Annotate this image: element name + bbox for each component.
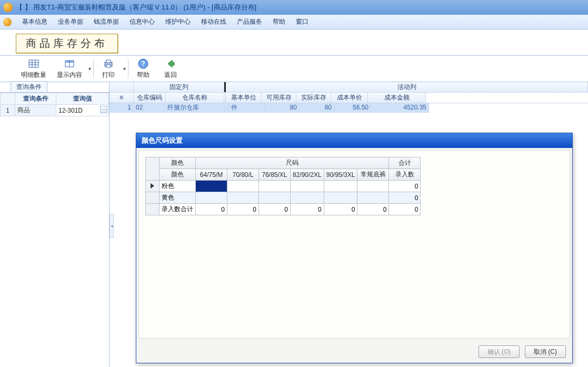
toolbar-display-content-button[interactable]: 显示内容 [53, 57, 86, 81]
cell-color[interactable]: 粉色 [160, 181, 196, 192]
col-header-color[interactable]: 颜色 [160, 169, 196, 181]
col-header-actual[interactable]: 实际库存 [296, 93, 331, 103]
color-size-grid[interactable]: 颜色 尺码 合计 颜色 64/75/M 70/80/L 76/85/XL 82/… [145, 157, 421, 215]
menu-product-service[interactable]: 产品服务 [232, 15, 267, 28]
menu-help[interactable]: 帮助 [267, 15, 291, 28]
row-pointer-icon [146, 181, 160, 192]
cell-size-1[interactable] [227, 192, 259, 204]
menu-basic-info[interactable]: 基本信息 [17, 15, 53, 28]
page-title-row: 商品库存分布 [0, 29, 588, 56]
lookup-icon[interactable]: ⋯ [100, 106, 107, 113]
row-index: 1 [1, 105, 15, 116]
row-index: 1 [109, 103, 134, 113]
menu-maintenance[interactable]: 维护中心 [160, 15, 196, 28]
sum-total: 0 [389, 204, 421, 215]
grid-row[interactable]: 粉色 0 [146, 181, 421, 192]
toolbar-print-button[interactable]: 打印 [96, 57, 121, 81]
svg-rect-9 [106, 60, 111, 63]
menu-mobile[interactable]: 移动在线 [196, 15, 232, 28]
grid-row[interactable]: 黄色 0 [146, 192, 421, 204]
cell-unit: 件 [229, 103, 265, 113]
col-header-size-5[interactable]: 常规底裤 [357, 169, 389, 181]
row-handle [146, 192, 160, 204]
col-header-size-4[interactable]: 90/95/3XL [324, 169, 357, 181]
cell-size-2[interactable] [259, 192, 291, 204]
col-header-warehouse-name[interactable]: 仓库名称 [165, 93, 224, 103]
sum-size-0: 0 [196, 204, 227, 215]
col-header-input-count[interactable]: 录入数 [389, 169, 421, 181]
col-header-cost-price[interactable]: 成本单价 [331, 93, 368, 103]
group-header-row: 固定列 活动列 [109, 82, 588, 93]
toolbar-label: 明细数量 [21, 71, 46, 80]
cell-size-0[interactable] [196, 192, 227, 204]
col-header-size-3[interactable]: 82/90/2XL [291, 169, 324, 181]
cell-color[interactable]: 黄色 [160, 192, 196, 204]
printer-icon [103, 58, 114, 70]
dialog-title-bar[interactable]: 颜色尺码设置 [136, 133, 572, 148]
cell-size-5[interactable] [357, 192, 389, 204]
menu-window[interactable]: 窗口 [291, 15, 314, 28]
ok-button[interactable]: 确认 (O) [479, 345, 520, 358]
col-header-warehouse-code[interactable]: 仓库编码 [134, 93, 165, 103]
table-icon [28, 58, 39, 70]
cell-size-1[interactable] [227, 181, 259, 192]
sum-size-1: 0 [227, 204, 259, 215]
app-icon [3, 3, 13, 12]
sum-size-2: 0 [259, 204, 291, 215]
cell-cost-amount: 4520.35 [371, 103, 429, 113]
tab-query-conditions[interactable]: 查询条件 [11, 81, 47, 92]
page-title: 商品库存分布 [16, 34, 118, 53]
cancel-button[interactable]: 取消 (C) [525, 345, 566, 358]
toolbar-label: 帮助 [137, 71, 150, 80]
cell-warehouse-code: 02 [134, 103, 165, 113]
window-title: 【 】 用友T1-商贸宝服装鞋帽普及版（客户端 V 11.0） (1用户) - … [16, 3, 256, 12]
query-value: 12-301D [58, 107, 83, 114]
row-handle-header: ≡ [109, 93, 134, 103]
cell-size-4[interactable] [324, 192, 357, 204]
group-fixed-cols: 固定列 [134, 82, 224, 92]
toolbar-label: 返回 [164, 71, 177, 80]
cell-size-2[interactable] [259, 181, 291, 192]
col-header-condition: 查询条件 [15, 93, 56, 105]
data-header-row: ≡ 仓库编码 仓库名称 基本单位 可用库存 实际库存 成本单价 成本金额 [109, 93, 588, 103]
query-pane: 查询条件 查询条件 查询值 1 商品 12-301D ⋯ [0, 82, 109, 367]
cell-warehouse-name: 纤黛尔仓库 [165, 103, 224, 113]
menu-business-docs[interactable]: 业务单据 [53, 15, 88, 28]
menu-info-center[interactable]: 信息中心 [124, 15, 160, 28]
cell-size-3[interactable] [291, 181, 324, 192]
query-conditions-table: 查询条件 查询值 1 商品 12-301D ⋯ [0, 93, 109, 116]
col-header-unit[interactable]: 基本单位 [226, 93, 262, 103]
toolbar-detail-qty-button[interactable]: 明细数量 [17, 57, 51, 81]
menu-money-flow[interactable]: 钱流单据 [88, 15, 124, 28]
menu-app-icon [3, 18, 12, 26]
grid-icon [64, 58, 75, 70]
dialog-footer: 确认 (O) 取消 (C) [136, 341, 572, 363]
col-header-size-1[interactable]: 70/80/L [227, 169, 259, 181]
col-header-size-2[interactable]: 76/85/XL [259, 169, 291, 181]
print-dropdown-icon[interactable]: ▾ [122, 66, 127, 72]
col-header-available[interactable]: 可用库存 [262, 93, 296, 103]
toolbar-help-button[interactable]: ? 帮助 [131, 57, 156, 81]
dialog-title: 颜色尺码设置 [142, 136, 183, 145]
cell-row-total: 0 [389, 181, 421, 192]
group-header-size: 尺码 [196, 157, 389, 169]
column-group-divider [224, 103, 229, 113]
cell-size-0[interactable] [196, 181, 227, 192]
svg-text:?: ? [141, 60, 145, 67]
sum-size-4: 0 [324, 204, 357, 215]
cell-size-3[interactable] [291, 192, 324, 204]
separator [128, 59, 128, 78]
grid-sum-row: 录入数合计 0 0 0 0 0 0 0 [146, 204, 421, 215]
cell-size-4[interactable] [324, 181, 357, 192]
query-row[interactable]: 1 商品 12-301D ⋯ [1, 105, 109, 116]
toolbar-back-button[interactable]: 返回 [158, 57, 183, 81]
cell-size-5[interactable] [357, 181, 389, 192]
query-value-cell[interactable]: 12-301D ⋯ [56, 105, 109, 116]
back-arrow-icon [165, 58, 176, 70]
col-header-size-0[interactable]: 64/75/M [196, 169, 227, 181]
col-header-cost-amount[interactable]: 成本金额 [368, 93, 426, 103]
display-content-dropdown-icon[interactable]: ▾ [87, 66, 92, 72]
data-row[interactable]: 1 02 纤黛尔仓库 件 80 80 56.50 4520.35 [109, 103, 588, 113]
color-size-dialog: 颜色尺码设置 颜色 尺码 合计 颜色 64/75/M 70/80/L 76/85… [136, 133, 573, 363]
title-bar: 【 】 用友T1-商贸宝服装鞋帽普及版（客户端 V 11.0） (1用户) - … [0, 0, 588, 15]
